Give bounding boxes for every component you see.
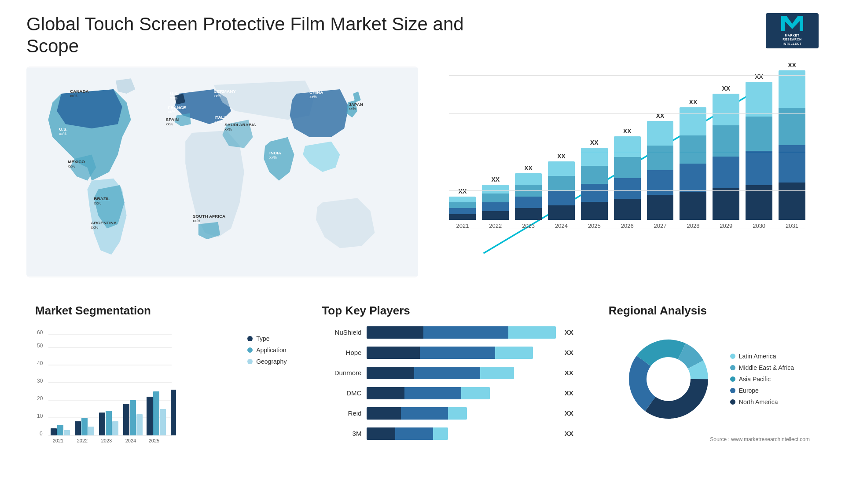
- bar-segment: [647, 121, 674, 146]
- logo-text: MARKET RESEARCH INTELLECT: [783, 33, 801, 45]
- header: Global Touch Screen Protective Film Mark…: [26, 13, 819, 58]
- svg-text:U.S.: U.S.: [59, 127, 67, 131]
- svg-text:xx%: xx%: [70, 94, 77, 98]
- svg-text:50: 50: [37, 343, 43, 349]
- bar-segment: [746, 185, 772, 219]
- player-bar-segment: [367, 367, 414, 379]
- svg-rect-53: [81, 418, 88, 435]
- player-bar-segment: [414, 367, 480, 379]
- bar-segment: [680, 107, 706, 135]
- geo-label: Geography: [256, 358, 287, 365]
- player-bar: [367, 407, 467, 420]
- svg-rect-49: [57, 425, 63, 435]
- svg-text:xx%: xx%: [309, 95, 317, 99]
- player-bar-segment: [404, 387, 461, 399]
- bar-group: XX2028: [680, 99, 706, 229]
- app-label: Application: [256, 347, 287, 354]
- svg-text:40: 40: [37, 360, 43, 366]
- legend-mea: Middle East & Africa: [730, 364, 794, 371]
- bar-year-label: 2030: [753, 223, 765, 229]
- regional-section: Regional Analysis: [600, 295, 819, 460]
- player-bar: [367, 367, 514, 379]
- svg-text:xx%: xx%: [168, 110, 176, 114]
- player-name: 3M: [322, 430, 361, 437]
- bar-xx-label: XX: [656, 112, 665, 119]
- player-row: NuShieldXX: [322, 326, 573, 339]
- bar-segment: [779, 70, 805, 108]
- bar-segment: [614, 136, 641, 157]
- player-bar-segment: [448, 407, 467, 420]
- svg-rect-50: [64, 430, 70, 435]
- player-bar: [367, 387, 489, 399]
- svg-text:60: 60: [37, 329, 43, 336]
- svg-text:INDIA: INDIA: [269, 150, 281, 155]
- source-text: Source : www.marketresearchintellect.com: [609, 436, 810, 442]
- bar-group: XX2026: [614, 128, 641, 229]
- type-dot: [247, 336, 253, 341]
- player-bar-wrap: [367, 407, 555, 420]
- bar-xx-label: XX: [557, 153, 566, 160]
- logo-box: MARKET RESEARCH INTELLECT: [766, 13, 819, 48]
- svg-text:ITALY: ITALY: [214, 115, 226, 120]
- bar-xx-label: XX: [689, 99, 698, 106]
- bar-segment: [713, 125, 739, 157]
- player-name: Hope: [322, 349, 361, 356]
- svg-text:xx%: xx%: [59, 131, 66, 136]
- legend-latin: Latin America: [730, 353, 794, 360]
- legend-apac: Asia Pacific: [730, 376, 794, 383]
- player-value: XX: [565, 369, 573, 376]
- svg-rect-52: [75, 421, 81, 435]
- svg-text:0: 0: [40, 431, 43, 437]
- svg-text:2021: 2021: [53, 438, 63, 443]
- player-bar-segment: [367, 407, 400, 420]
- bar-year-label: 2029: [720, 223, 732, 229]
- svg-text:xx%: xx%: [91, 225, 98, 229]
- top-section: CANADA xx% U.S. xx% MEXICO xx% BRAZIL xx…: [26, 66, 819, 278]
- svg-text:SAUDI ARABIA: SAUDI ARABIA: [224, 122, 256, 127]
- bar-xx-label: XX: [722, 85, 730, 92]
- bar-segment: [647, 146, 674, 170]
- bar-segment: [713, 188, 739, 220]
- player-name: Reid: [322, 409, 361, 417]
- player-bar-segment: [433, 427, 448, 440]
- bar-segment: [515, 197, 542, 208]
- bar-segment: [515, 208, 542, 219]
- svg-text:SPAIN: SPAIN: [166, 117, 179, 122]
- player-bar-segment: [480, 367, 514, 379]
- bar-segment: [680, 192, 706, 220]
- svg-text:xx%: xx%: [349, 106, 356, 111]
- player-row: ReidXX: [322, 407, 573, 420]
- bar-segment: [482, 211, 509, 220]
- bar-group: XX2030: [746, 73, 772, 229]
- svg-text:xx%: xx%: [193, 219, 200, 223]
- bar-segment: [647, 170, 674, 195]
- bar-segment: [614, 199, 641, 219]
- svg-text:xx%: xx%: [214, 120, 222, 124]
- bar-xx-label: XX: [590, 139, 599, 146]
- bar-year-label: 2027: [654, 223, 667, 229]
- player-name: NuShield: [322, 329, 361, 336]
- svg-text:BRAZIL: BRAZIL: [94, 196, 110, 201]
- player-bar-wrap: [367, 326, 555, 339]
- segmentation-section: Market Segmentation 0 10 20 30 40 50 60: [26, 295, 295, 460]
- bar-group: XX2029: [713, 85, 739, 229]
- svg-rect-66: [160, 409, 166, 435]
- svg-text:xx%: xx%: [94, 201, 101, 205]
- player-value: XX: [565, 389, 573, 397]
- bar-group: XX2027: [647, 112, 674, 229]
- bar-segment: [581, 184, 608, 202]
- player-name: DMC: [322, 389, 361, 397]
- legend-geography: Geography: [247, 358, 287, 365]
- player-value: XX: [565, 409, 573, 417]
- mea-label: Middle East & Africa: [739, 364, 794, 371]
- svg-rect-64: [147, 397, 153, 435]
- bar-xx-label: XX: [623, 128, 632, 135]
- bar-year-label: 2028: [687, 223, 699, 229]
- bar-year-label: 2031: [786, 223, 798, 229]
- bar-group: XX2031: [779, 62, 805, 229]
- player-row: HopeXX: [322, 347, 573, 359]
- player-bar-segment: [367, 347, 419, 359]
- bar-segment: [680, 135, 706, 164]
- bar-segment: [548, 176, 575, 190]
- player-bar-wrap: [367, 367, 555, 379]
